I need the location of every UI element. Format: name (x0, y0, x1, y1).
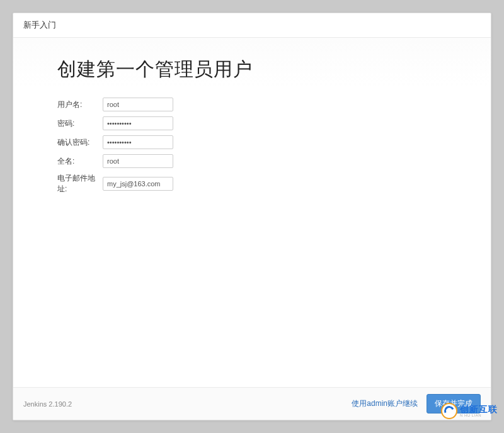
username-row: 用户名: (57, 98, 447, 111)
password-input[interactable] (103, 116, 173, 130)
username-input[interactable] (103, 98, 173, 111)
version-label: Jenkins 2.190.2 (23, 400, 72, 408)
page-title: 创建第一个管理员用户 (57, 57, 447, 82)
setup-wizard-modal: 新手入门 创建第一个管理员用户 用户名: 密码: 确认密码: 全名: 电子邮件地… (13, 13, 491, 420)
modal-footer: Jenkins 2.190.2 使用admin账户继续 保存并完成 (13, 387, 491, 420)
fullname-row: 全名: (57, 154, 447, 168)
save-and-finish-button[interactable]: 保存并完成 (427, 394, 481, 413)
confirm-password-input[interactable] (103, 135, 173, 149)
confirm-password-label: 确认密码: (57, 137, 103, 148)
modal-title: 新手入门 (23, 20, 56, 30)
fullname-label: 全名: (57, 156, 103, 167)
email-input[interactable] (103, 177, 173, 191)
confirm-password-row: 确认密码: (57, 135, 447, 149)
fullname-input[interactable] (103, 154, 173, 168)
password-label: 密码: (57, 118, 103, 129)
username-label: 用户名: (57, 99, 103, 110)
password-row: 密码: (57, 116, 447, 130)
footer-actions: 使用admin账户继续 保存并完成 (352, 394, 481, 413)
modal-header: 新手入门 (13, 13, 491, 38)
email-row: 电子邮件地址: (57, 173, 447, 194)
modal-body: 创建第一个管理员用户 用户名: 密码: 确认密码: 全名: 电子邮件地址: (13, 38, 491, 387)
skip-admin-link[interactable]: 使用admin账户继续 (352, 398, 418, 409)
email-label: 电子邮件地址: (57, 173, 103, 194)
